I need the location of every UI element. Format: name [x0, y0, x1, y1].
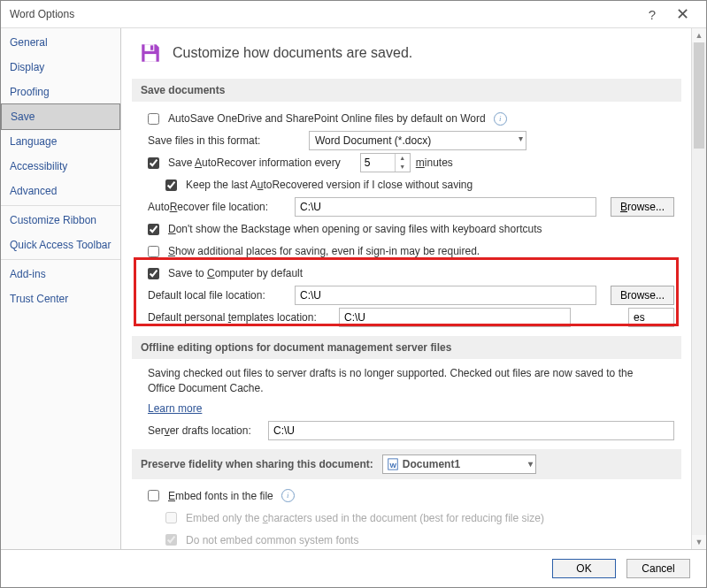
preserve-fidelity-label: Preserve fidelity when sharing this docu…: [141, 458, 373, 470]
sidebar-item-proofing[interactable]: Proofing: [1, 80, 120, 104]
browse-autorecover-button[interactable]: Browse...: [611, 197, 674, 217]
info-icon[interactable]: i: [281, 489, 295, 502]
help-icon[interactable]: ?: [637, 7, 667, 22]
autorecover-location-label: AutoRecover file location:: [148, 201, 289, 213]
cancel-button[interactable]: Cancel: [626, 559, 690, 578]
dont-embed-common-label: Do not embed common system fonts: [186, 534, 358, 546]
chevron-down-icon: ▾: [519, 134, 523, 143]
sidebar-item-general[interactable]: General: [1, 30, 120, 55]
personal-templates-input[interactable]: [339, 308, 571, 327]
info-icon[interactable]: i: [494, 112, 507, 126]
autosave-checkbox[interactable]: [148, 113, 159, 125]
embed-only-chars-label: Embed only the characters used in the do…: [186, 512, 544, 524]
default-local-input[interactable]: [295, 286, 596, 305]
autorecover-checkbox[interactable]: [148, 157, 159, 169]
personal-templates-label: Default personal templates location:: [148, 311, 334, 324]
sidebar-item-add-ins[interactable]: Add-ins: [1, 262, 120, 286]
chevron-down-icon: ▾: [528, 459, 533, 469]
save-to-computer-label: Save to Computer by default: [168, 267, 303, 279]
group-save-documents: Save documents: [132, 79, 681, 102]
save-icon: [139, 42, 162, 65]
svg-rect-2: [145, 54, 157, 62]
sidebar-item-trust-center[interactable]: Trust Center: [1, 286, 120, 311]
save-format-value: Word Document (*.docx): [315, 134, 431, 147]
embed-fonts-label: Embed fonts in the file: [168, 490, 273, 502]
spinner-up-icon[interactable]: ▲: [396, 154, 410, 163]
server-drafts-input[interactable]: [268, 421, 674, 440]
svg-rect-1: [150, 45, 153, 50]
scroll-up-icon[interactable]: ▲: [692, 28, 706, 42]
sidebar: General Display Proofing Save Language A…: [1, 28, 121, 549]
keep-last-label: Keep the last AutoRecovered version if I…: [186, 179, 473, 191]
autorecover-minutes-input[interactable]: [361, 155, 398, 171]
group-offline-editing: Offline editing options for document man…: [132, 336, 681, 359]
sidebar-item-quick-access[interactable]: Quick Access Toolbar: [1, 233, 120, 257]
save-format-label: Save files in this format:: [148, 134, 289, 147]
keep-last-checkbox[interactable]: [165, 179, 177, 191]
scrollbar-thumb[interactable]: [694, 42, 704, 149]
svg-text:W: W: [389, 461, 396, 469]
save-format-dropdown[interactable]: Word Document (*.docx) ▾: [309, 131, 526, 150]
server-drafts-label: Server drafts location:: [148, 424, 263, 437]
default-local-label: Default local file location:: [148, 289, 289, 302]
word-document-icon: W: [387, 458, 399, 470]
save-to-computer-checkbox[interactable]: [148, 268, 159, 279]
word-options-window: Word Options ? ✕ General Display Proofin…: [0, 0, 707, 588]
personal-templates-suffix-input[interactable]: [628, 308, 674, 327]
ok-button[interactable]: OK: [552, 559, 616, 578]
autosave-label: AutoSave OneDrive and SharePoint Online …: [168, 112, 486, 125]
close-icon[interactable]: ✕: [667, 4, 697, 24]
minutes-label: minutes: [416, 157, 453, 169]
autorecover-label: Save AutoRecover information every: [168, 157, 341, 169]
vertical-scrollbar[interactable]: ▲ ▼: [691, 28, 706, 549]
show-additional-checkbox[interactable]: [148, 246, 159, 257]
sidebar-item-save[interactable]: Save: [1, 103, 120, 130]
autorecover-minutes-spinner[interactable]: ▲▼: [360, 153, 411, 172]
show-additional-label: Show additional places for saving, even …: [168, 245, 480, 257]
embed-fonts-checkbox[interactable]: [148, 490, 159, 501]
autorecover-location-input[interactable]: [295, 197, 596, 217]
page-title: Customize how documents are saved.: [173, 45, 412, 61]
embed-only-chars-checkbox: [165, 512, 177, 523]
sidebar-item-advanced[interactable]: Advanced: [1, 179, 120, 203]
learn-more-link[interactable]: Learn more: [148, 402, 202, 415]
dont-show-backstage-checkbox[interactable]: [148, 224, 159, 235]
titlebar: Word Options ? ✕: [1, 1, 706, 28]
dont-embed-common-checkbox: [165, 534, 177, 546]
document-name: Document1: [403, 458, 460, 470]
sidebar-item-display[interactable]: Display: [1, 55, 120, 80]
dont-show-backstage-label: Don't show the Backstage when opening or…: [168, 223, 542, 235]
dialog-footer: OK Cancel: [1, 549, 706, 587]
sidebar-item-accessibility[interactable]: Accessibility: [1, 154, 120, 179]
document-selector-dropdown[interactable]: W Document1 ▾: [382, 454, 536, 474]
group-preserve-fidelity: Preserve fidelity when sharing this docu…: [132, 449, 681, 479]
browse-default-local-button[interactable]: Browse...: [611, 286, 674, 305]
scroll-down-icon[interactable]: ▼: [692, 535, 706, 549]
sidebar-item-language[interactable]: Language: [1, 129, 120, 154]
spinner-down-icon[interactable]: ▼: [396, 163, 410, 172]
offline-description: Saving checked out files to server draft…: [148, 366, 643, 396]
sidebar-item-customize-ribbon[interactable]: Customize Ribbon: [1, 208, 120, 233]
window-title: Word Options: [10, 8, 74, 20]
